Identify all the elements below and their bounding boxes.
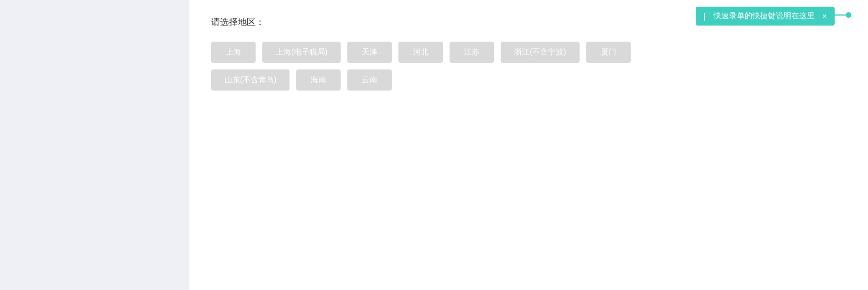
region-btn-yunnan[interactable]: 云南 [347, 69, 392, 91]
tooltip-text: 快速录单的快捷键说明在这里 [714, 11, 815, 21]
main-content: 请选择地区： 上海上海(电子税局)天津河北江苏浙江(不含宁波)厦门 山东(不含青… [189, 0, 868, 290]
region-btn-shanghai-etax[interactable]: 上海(电子税局) [262, 42, 341, 63]
region-btn-hebei[interactable]: 河北 [398, 42, 443, 63]
region-btn-tianjin[interactable]: 天津 [347, 42, 392, 63]
region-btn-shandong[interactable]: 山东(不含青岛) [211, 69, 290, 91]
region-btn-shanghai[interactable]: 上海 [211, 42, 256, 63]
region-btn-hainan[interactable]: 海南 [296, 69, 341, 91]
tooltip-line [833, 14, 847, 16]
tooltip-dot [846, 12, 851, 18]
tooltip-close-button[interactable]: × [822, 12, 827, 21]
region-btn-xiamen[interactable]: 厦门 [586, 42, 631, 63]
region-buttons-container: 上海上海(电子税局)天津河北江苏浙江(不含宁波)厦门 山东(不含青岛)海南云南 [211, 42, 846, 91]
region-row-2: 山东(不含青岛)海南云南 [211, 69, 846, 91]
region-btn-zhejiang[interactable]: 浙江(不含宁波) [501, 42, 579, 63]
region-row-1: 上海上海(电子税局)天津河北江苏浙江(不含宁波)厦门 [211, 42, 846, 63]
tooltip-banner: 快速录单的快捷键说明在这里 × [696, 7, 835, 26]
left-sidebar [0, 0, 189, 290]
region-btn-jiangsu[interactable]: 江苏 [450, 42, 494, 63]
